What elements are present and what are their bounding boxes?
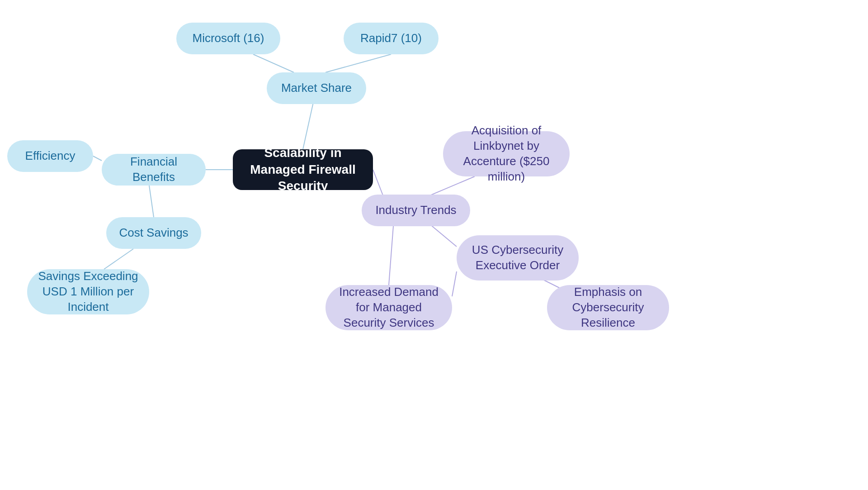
svg-line-2 — [326, 54, 391, 72]
cost-savings-node[interactable]: Cost Savings — [106, 217, 201, 249]
svg-line-10 — [389, 226, 393, 285]
svg-line-5 — [149, 186, 154, 217]
svg-line-12 — [452, 271, 457, 296]
industry-trends-node[interactable]: Industry Trends — [362, 195, 470, 226]
market-share-node[interactable]: Market Share — [267, 72, 366, 104]
financial-benefits-node[interactable]: Financial Benefits — [102, 154, 206, 186]
acquisition-linkbynet-node[interactable]: Acquisition of Linkbynet by Accenture ($… — [443, 131, 570, 176]
emphasis-cybersecurity-node[interactable]: Emphasis on Cybersecurity Resilience — [547, 285, 669, 330]
savings-node[interactable]: Savings Exceeding USD 1 Million per Inci… — [27, 269, 149, 314]
svg-line-1 — [253, 54, 294, 72]
microsoft-node[interactable]: Microsoft (16) — [176, 23, 280, 54]
us-cybersecurity-node[interactable]: US Cybersecurity Executive Order — [457, 235, 579, 281]
svg-line-6 — [104, 249, 133, 269]
increased-demand-node[interactable]: Increased Demand for Managed Security Se… — [326, 285, 452, 330]
rapid7-node[interactable]: Rapid7 (10) — [344, 23, 439, 54]
efficiency-node[interactable]: Efficiency — [7, 140, 93, 172]
svg-line-4 — [93, 156, 102, 161]
center-node[interactable]: Scalability in Managed Firewall Security — [233, 149, 373, 190]
